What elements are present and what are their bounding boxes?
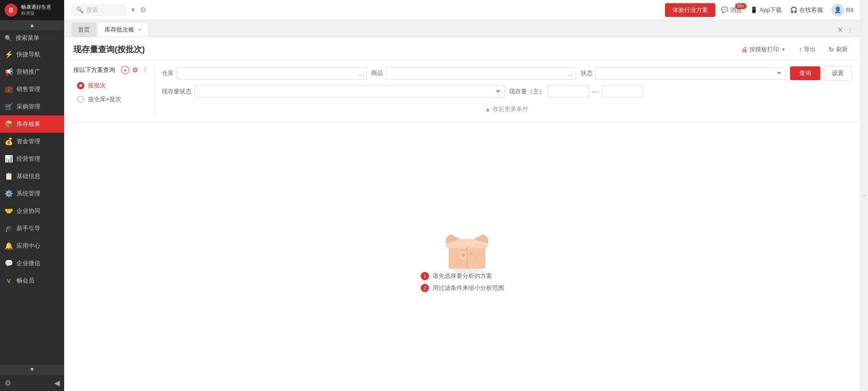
messages-badge: 99+ xyxy=(735,3,747,9)
empty-state: 1 请先选择要分析的方案 2 用过滤条件来缩小分析范围 xyxy=(64,122,861,391)
main-area: 🔍 搜索 ▼ ⚙ 体验行业方案 💬 消息 99+ 📱 App下载 🎧 在线客服 xyxy=(64,0,861,391)
appstore-icon: 🔔 xyxy=(5,242,13,250)
filter-option-by-batch[interactable]: 按批次 xyxy=(73,79,147,92)
status-field: 状态 xyxy=(581,67,786,80)
expand-icon[interactable]: ⋮ xyxy=(847,26,853,33)
print-button[interactable]: 🖨 按模板打印 ▼ xyxy=(737,43,790,55)
page-title: 现存量查询(按批次) xyxy=(73,44,145,55)
messages-button[interactable]: 💬 消息 99+ xyxy=(721,6,742,14)
sidebar-item-label: 营销推广 xyxy=(16,68,40,76)
sidebar-item-newbie[interactable]: 🎓 新手引导 xyxy=(0,220,64,237)
sidebar-item-label: 系统管理 xyxy=(16,190,40,198)
inventory-qty-label: 现存量（主） xyxy=(509,87,545,96)
sidebar-item-label: 基础信息 xyxy=(16,172,40,180)
sidebar-item-label: 经营管理 xyxy=(16,155,40,163)
sidebar-item-inventory[interactable]: 📦 库存核算 xyxy=(0,115,64,133)
filter-option-by-warehouse-batch[interactable]: 按仓库+批次 xyxy=(73,92,147,106)
inventory-status-field: 现存量状态 全部 xyxy=(162,85,505,98)
sidebar-item-purchase[interactable]: 🛒 采购管理 xyxy=(0,98,64,115)
sidebar-item-member[interactable]: V 畅会员 xyxy=(0,272,64,289)
inventory-qty-max-input[interactable] xyxy=(602,85,643,98)
online-service-button[interactable]: 🎧 在线客服 xyxy=(790,6,823,14)
sidebar-scroll: 🔍 搜索菜单 ⚡ 快捷导航 📢 营销推广 💼 销售管理 🛒 采购管理 📦 库存核… xyxy=(0,30,64,364)
experience-button[interactable]: 体验行业方案 xyxy=(665,3,715,17)
dropdown-icon[interactable]: ▼ xyxy=(130,6,136,13)
message-icon: 💬 xyxy=(721,6,728,13)
settings-icon[interactable]: ⚙ xyxy=(5,379,11,387)
warehouse-field: 仓库 ... xyxy=(162,67,367,80)
user-avatar: 👤 xyxy=(831,4,844,16)
collapse-row[interactable]: ▲ 收起更多条件 xyxy=(162,102,852,116)
wechat-icon: 💬 xyxy=(5,259,13,267)
tip-1-number: 1 xyxy=(421,272,429,280)
sidebar-item-label: 畅会员 xyxy=(16,277,34,285)
sidebar-item-sales[interactable]: 💼 销售管理 xyxy=(0,81,64,98)
top-bar: 🔍 搜索 ▼ ⚙ 体验行业方案 💬 消息 99+ 📱 App下载 🎧 在线客服 xyxy=(64,0,861,20)
print-icon: 🖨 xyxy=(741,46,747,53)
tab-close-icon[interactable]: × xyxy=(138,27,141,33)
sidebar-item-quick-nav[interactable]: ⚡ 快捷导航 xyxy=(0,46,64,63)
search-icon: 🔍 xyxy=(76,6,83,13)
product-more-icon[interactable]: ... xyxy=(568,70,573,77)
status-select[interactable] xyxy=(595,67,786,80)
sidebar-header: B 畅康通好生意 标准版 xyxy=(0,0,64,20)
range-separator: — xyxy=(592,87,599,96)
query-button[interactable]: 查询 xyxy=(790,66,820,80)
user-profile-button[interactable]: 👤 Rit xyxy=(831,4,853,16)
product-input[interactable] xyxy=(386,67,576,80)
tab-home[interactable]: 首页 xyxy=(71,23,96,37)
tip-2-text: 用过滤条件来缩小分析范围 xyxy=(433,284,504,292)
sidebar-search[interactable]: 🔍 搜索菜单 xyxy=(0,30,64,46)
settings-button[interactable]: 设置 xyxy=(824,66,852,81)
collapse-icon[interactable]: ◀ xyxy=(54,379,60,387)
operations-icon: 📊 xyxy=(5,155,13,163)
svg-point-5 xyxy=(461,253,465,257)
inventory-status-label: 现存量状态 xyxy=(162,87,192,96)
sidebar-item-basic[interactable]: 📋 基础信息 xyxy=(0,168,64,185)
inventory-qty-min-input[interactable] xyxy=(548,85,589,98)
collapse-panel-icon[interactable]: 《 xyxy=(141,66,147,74)
scroll-down-button[interactable]: ▼ xyxy=(0,364,64,375)
filter-form: 仓库 ... 商品 ... 状态 xyxy=(162,66,852,116)
sidebar-item-system[interactable]: ⚙️ 系统管理 xyxy=(0,185,64,202)
export-button[interactable]: ↑ 导出 xyxy=(795,43,819,55)
top-search-field[interactable]: 🔍 搜索 xyxy=(71,4,126,16)
filter-option-label: 按批次 xyxy=(88,81,106,90)
export-icon: ↑ xyxy=(799,46,802,53)
purchase-icon: 🛒 xyxy=(5,103,13,111)
sidebar-item-marketing[interactable]: 📢 营销推广 xyxy=(0,63,64,81)
basic-icon: 📋 xyxy=(5,172,13,180)
warehouse-input[interactable] xyxy=(176,67,367,80)
headset-icon: 🎧 xyxy=(790,6,797,13)
inventory-qty-range: — xyxy=(548,85,643,98)
scroll-up-button[interactable]: ▲ xyxy=(0,20,64,30)
warehouse-label: 仓库 xyxy=(162,69,174,77)
user-name: Rit xyxy=(846,6,853,13)
export-label: 导出 xyxy=(804,45,816,54)
close-panel-icon[interactable]: ✕ xyxy=(837,26,843,34)
right-collapse-button[interactable]: › xyxy=(861,0,868,391)
product-field: 商品 ... xyxy=(371,67,576,80)
app-name: 畅康通好生意 xyxy=(21,4,51,10)
refresh-button[interactable]: ↻ 刷新 xyxy=(825,43,852,55)
radio-outline-icon xyxy=(77,96,84,103)
svg-point-6 xyxy=(470,252,473,255)
filter-divider xyxy=(154,66,154,116)
sidebar-item-appstore[interactable]: 🔔 应用中心 xyxy=(0,237,64,255)
dropdown-arrow-icon[interactable]: ▼ xyxy=(781,47,786,52)
scheme-settings-icon[interactable]: ⚙ xyxy=(132,66,138,74)
inventory-status-select[interactable]: 全部 xyxy=(194,85,505,98)
tab-inventory-batch[interactable]: 库存批次账 × xyxy=(98,23,148,37)
add-scheme-icon[interactable]: + xyxy=(121,66,129,74)
sidebar-item-finance[interactable]: 💰 资金管理 xyxy=(0,133,64,150)
sidebar-item-enterprise[interactable]: 🤝 企业协同 xyxy=(0,202,64,220)
sidebar-item-wechat[interactable]: 💬 企业微信 xyxy=(0,255,64,272)
sidebar-item-label: 快捷导航 xyxy=(16,50,40,59)
settings-icon[interactable]: ⚙ xyxy=(140,5,146,14)
quick-nav-icon: ⚡ xyxy=(5,50,13,59)
sidebar-item-operations[interactable]: 📊 经营管理 xyxy=(0,150,64,168)
inventory-status-select-wrap: 全部 xyxy=(194,85,505,98)
warehouse-more-icon[interactable]: ... xyxy=(358,70,364,77)
app-download-button[interactable]: 📱 App下载 xyxy=(750,6,782,14)
search-placeholder: 搜索 xyxy=(86,6,98,14)
